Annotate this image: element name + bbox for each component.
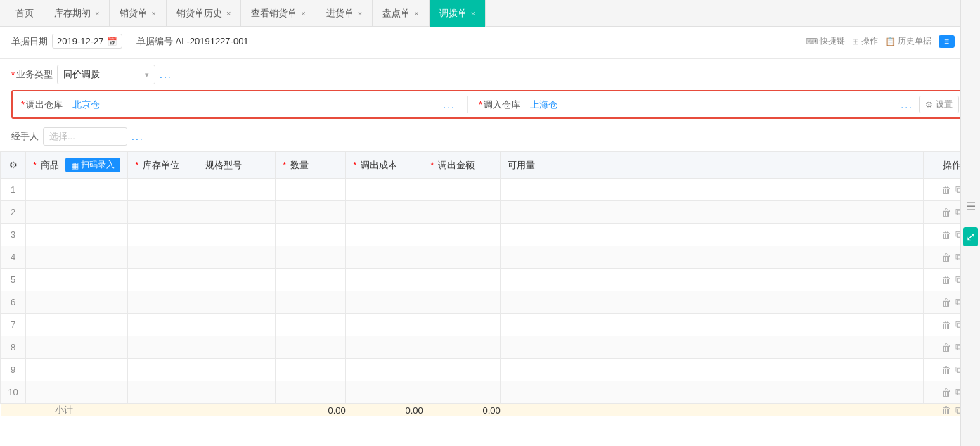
row-product-8[interactable]	[26, 336, 128, 359]
row-unit-1[interactable]	[128, 179, 198, 201]
tab-close-purchase-order[interactable]: ×	[358, 9, 362, 18]
row-product-2[interactable]	[26, 201, 128, 224]
row-delete-icon-3[interactable]: 🗑	[941, 229, 951, 241]
row-amount-1[interactable]	[423, 179, 501, 201]
date-input[interactable]: 2019-12-27 📅	[52, 34, 122, 49]
row-spec-8[interactable]	[198, 336, 276, 359]
row-amount-4[interactable]	[423, 246, 501, 269]
subtotal-delete-icon[interactable]: 🗑	[941, 404, 951, 416]
row-unit-10[interactable]	[128, 381, 198, 404]
warehouse-in-ellipsis[interactable]: ...	[901, 99, 913, 110]
tab-close-inventory-check[interactable]: ×	[414, 9, 418, 18]
warehouse-out-ellipsis[interactable]: ...	[443, 99, 456, 110]
row-available-5[interactable]	[501, 269, 924, 291]
tab-home[interactable]: 首页	[6, 0, 44, 27]
row-available-1[interactable]	[501, 179, 924, 201]
row-amount-5[interactable]	[423, 269, 501, 291]
tab-close-inventory-init[interactable]: ×	[95, 9, 99, 18]
row-amount-10[interactable]	[423, 381, 501, 404]
row-cost-6[interactable]	[346, 291, 423, 314]
row-available-4[interactable]	[501, 246, 924, 269]
row-cost-9[interactable]	[346, 359, 423, 381]
tab-sales-history[interactable]: 销货单历史 ×	[167, 0, 241, 27]
row-unit-2[interactable]	[128, 201, 198, 224]
table-settings-icon[interactable]: ⚙	[9, 160, 18, 170]
row-spec-2[interactable]	[198, 201, 276, 224]
row-amount-6[interactable]	[423, 291, 501, 314]
row-delete-icon-5[interactable]: 🗑	[941, 274, 951, 286]
row-cost-8[interactable]	[346, 336, 423, 359]
row-delete-icon-4[interactable]: 🗑	[941, 252, 951, 263]
row-amount-3[interactable]	[423, 224, 501, 246]
tab-sales-order[interactable]: 销货单 ×	[110, 0, 166, 27]
row-qty-7[interactable]	[276, 314, 346, 336]
row-delete-icon-10[interactable]: 🗑	[941, 387, 951, 398]
row-delete-icon-9[interactable]: 🗑	[941, 364, 951, 376]
row-delete-icon-7[interactable]: 🗑	[941, 319, 951, 331]
row-amount-8[interactable]	[423, 336, 501, 359]
business-type-ellipsis[interactable]: ...	[160, 69, 172, 80]
row-product-3[interactable]	[26, 224, 128, 246]
row-product-1[interactable]	[26, 179, 128, 201]
row-unit-7[interactable]	[128, 314, 198, 336]
shortcuts-btn[interactable]: ⌨ 快捷键	[806, 35, 845, 47]
row-available-7[interactable]	[501, 314, 924, 336]
row-qty-10[interactable]	[276, 381, 346, 404]
row-qty-5[interactable]	[276, 269, 346, 291]
row-delete-icon-6[interactable]: 🗑	[941, 297, 951, 308]
handler-ellipsis[interactable]: ...	[131, 131, 144, 142]
row-delete-icon-2[interactable]: 🗑	[941, 207, 951, 218]
row-cost-7[interactable]	[346, 314, 423, 336]
side-list-icon[interactable]: ☰	[966, 200, 976, 213]
row-unit-4[interactable]	[128, 246, 198, 269]
operations-btn[interactable]: ⊞ 操作	[852, 35, 878, 47]
row-spec-3[interactable]	[198, 224, 276, 246]
row-qty-1[interactable]	[276, 179, 346, 201]
tab-inventory-init[interactable]: 库存期初 ×	[44, 0, 110, 27]
row-amount-2[interactable]	[423, 201, 501, 224]
row-available-3[interactable]	[501, 224, 924, 246]
row-product-7[interactable]	[26, 314, 128, 336]
row-available-10[interactable]	[501, 381, 924, 404]
row-spec-7[interactable]	[198, 314, 276, 336]
row-available-2[interactable]	[501, 201, 924, 224]
tab-inventory-check[interactable]: 盘点单 ×	[373, 0, 429, 27]
row-unit-6[interactable]	[128, 291, 198, 314]
tab-close-sales-order[interactable]: ×	[151, 9, 155, 18]
side-expand-icon[interactable]: ⤢	[963, 227, 978, 246]
row-unit-3[interactable]	[128, 224, 198, 246]
row-cost-2[interactable]	[346, 201, 423, 224]
row-delete-icon-1[interactable]: 🗑	[941, 184, 951, 196]
row-available-8[interactable]	[501, 336, 924, 359]
row-delete-icon-8[interactable]: 🗑	[941, 342, 951, 353]
tab-purchase-order[interactable]: 进货单 ×	[316, 0, 373, 27]
row-spec-9[interactable]	[198, 359, 276, 381]
row-spec-4[interactable]	[198, 246, 276, 269]
business-type-select[interactable]: 同价调拨 ▾	[57, 65, 155, 84]
row-product-6[interactable]	[26, 291, 128, 314]
row-qty-4[interactable]	[276, 246, 346, 269]
row-unit-5[interactable]	[128, 269, 198, 291]
layout-btn-list[interactable]: ≡	[939, 35, 955, 48]
row-spec-1[interactable]	[198, 179, 276, 201]
row-qty-3[interactable]	[276, 224, 346, 246]
row-cost-5[interactable]	[346, 269, 423, 291]
settings-button[interactable]: ⚙ 设置	[919, 96, 959, 113]
row-product-10[interactable]	[26, 381, 128, 404]
row-unit-8[interactable]	[128, 336, 198, 359]
scan-barcode-button[interactable]: ▦ 扫码录入	[65, 158, 120, 172]
row-spec-6[interactable]	[198, 291, 276, 314]
handler-select[interactable]: 选择...	[43, 127, 127, 146]
tab-close-transfer[interactable]: ×	[471, 9, 475, 18]
row-cost-3[interactable]	[346, 224, 423, 246]
row-cost-1[interactable]	[346, 179, 423, 201]
row-product-5[interactable]	[26, 269, 128, 291]
row-available-9[interactable]	[501, 359, 924, 381]
tab-close-view-sales[interactable]: ×	[301, 9, 305, 18]
row-qty-6[interactable]	[276, 291, 346, 314]
row-available-6[interactable]	[501, 291, 924, 314]
row-cost-4[interactable]	[346, 246, 423, 269]
history-btn[interactable]: 📋 历史单据	[885, 35, 931, 47]
row-amount-9[interactable]	[423, 359, 501, 381]
settings-col-header[interactable]: ⚙	[1, 152, 26, 179]
